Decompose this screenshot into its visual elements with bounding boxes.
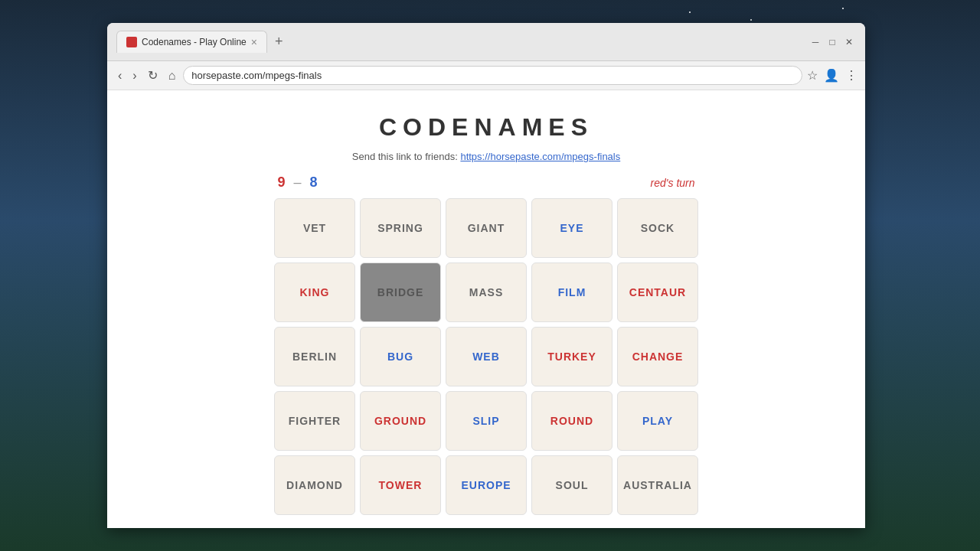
card-giant[interactable]: GIANT	[446, 198, 527, 258]
menu-icon[interactable]: ⋮	[845, 68, 858, 83]
card-centaur[interactable]: CENTAUR	[617, 262, 698, 322]
card-mass[interactable]: MASS	[446, 262, 527, 322]
browser-window: Codenames - Play Online × + ─ □ ✕ ‹ › ↻ …	[107, 23, 865, 528]
card-berlin[interactable]: BERLIN	[274, 327, 355, 386]
toolbar-icons: ☆ 👤 ⋮	[807, 68, 858, 83]
profile-icon[interactable]: 👤	[824, 68, 839, 83]
tab-favicon	[126, 37, 137, 47]
reload-button[interactable]: ↻	[145, 67, 161, 84]
tab-close-button[interactable]: ×	[251, 36, 257, 48]
blue-score: 8	[310, 174, 318, 190]
new-tab-button[interactable]: +	[267, 29, 291, 54]
card-fighter[interactable]: FIGHTER	[274, 391, 355, 451]
share-url-link[interactable]: https://horsepaste.com/mpegs-finals	[460, 151, 620, 162]
back-button[interactable]: ‹	[115, 67, 125, 84]
card-tower[interactable]: TOWER	[360, 455, 441, 515]
card-change[interactable]: CHANGE	[617, 327, 698, 386]
card-soul[interactable]: SOUL	[531, 455, 612, 515]
turn-indicator: red's turn	[651, 177, 695, 189]
card-turkey[interactable]: TURKEY	[531, 327, 612, 386]
forward-button[interactable]: ›	[129, 67, 139, 84]
card-diamond[interactable]: DIAMOND	[274, 455, 355, 515]
card-play[interactable]: PLAY	[617, 391, 698, 451]
card-europe[interactable]: EUROPE	[446, 455, 527, 515]
home-button[interactable]: ⌂	[165, 67, 179, 84]
card-bug[interactable]: BUG	[360, 327, 441, 386]
game-grid: VETSPRINGGIANTEYESOCKKINGBRIDGEMASSFILMC…	[274, 198, 698, 515]
page-content: CODENAMES Send this link to friends: htt…	[107, 90, 865, 528]
score-display: 9 – 8	[278, 174, 318, 191]
red-score: 9	[278, 174, 286, 190]
card-bridge[interactable]: BRIDGE	[360, 262, 441, 322]
card-spring[interactable]: SPRING	[360, 198, 441, 258]
card-film[interactable]: FILM	[531, 262, 612, 322]
window-controls: ─ □ ✕	[808, 35, 856, 49]
card-web[interactable]: WEB	[446, 327, 527, 386]
card-round[interactable]: ROUND	[531, 391, 612, 451]
card-vet[interactable]: VET	[274, 198, 355, 258]
score-row: 9 – 8 red's turn	[278, 174, 695, 191]
game-title: CODENAMES	[379, 113, 593, 142]
browser-titlebar: Codenames - Play Online × + ─ □ ✕	[107, 23, 865, 61]
share-link-text: Send this link to friends: https://horse…	[352, 151, 620, 162]
bookmark-icon[interactable]: ☆	[807, 68, 818, 83]
card-ground[interactable]: GROUND	[360, 391, 441, 451]
card-eye[interactable]: EYE	[531, 198, 612, 258]
address-input[interactable]	[183, 66, 802, 85]
score-dash: –	[294, 174, 302, 190]
card-sock[interactable]: SOCK	[617, 198, 698, 258]
tab-title: Codenames - Play Online	[142, 37, 247, 47]
card-king[interactable]: KING	[274, 262, 355, 322]
minimize-button[interactable]: ─	[808, 35, 822, 49]
maximize-button[interactable]: □	[825, 35, 839, 49]
close-button[interactable]: ✕	[842, 35, 856, 49]
active-tab[interactable]: Codenames - Play Online ×	[116, 31, 267, 53]
tab-bar: Codenames - Play Online × +	[116, 29, 290, 54]
card-australia[interactable]: AUSTRALIA	[617, 455, 698, 515]
address-bar-row: ‹ › ↻ ⌂ ☆ 👤 ⋮	[107, 61, 865, 90]
card-slip[interactable]: SLIP	[446, 391, 527, 451]
